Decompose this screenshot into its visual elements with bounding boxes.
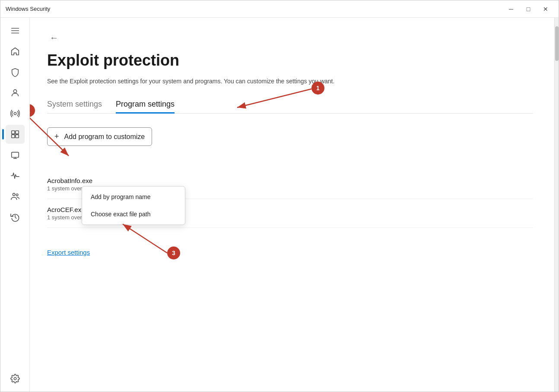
svg-rect-9 (11, 152, 19, 158)
device-icon (10, 150, 20, 160)
sidebar-item-app[interactable] (6, 125, 25, 144)
add-program-label: Add program to customize (64, 133, 145, 141)
page-description: See the Exploit protection settings for … (47, 76, 349, 86)
scrollbar-track[interactable] (554, 18, 559, 392)
dropdown-item-by-name[interactable]: Add by program name (82, 188, 185, 205)
sidebar-item-account[interactable] (6, 83, 25, 102)
annotation-2: 2 (30, 104, 35, 117)
window-title: Windows Security (6, 6, 50, 12)
main-content: ← Exploit protection See the Exploit pro… (30, 18, 554, 392)
firewall-icon (10, 109, 20, 118)
svg-point-3 (13, 90, 16, 93)
svg-rect-5 (11, 131, 14, 134)
sidebar-item-family[interactable] (6, 187, 25, 206)
shield-icon (10, 67, 20, 77)
sidebar-item-device[interactable] (6, 145, 25, 164)
sidebar-item-firewall[interactable] (6, 104, 25, 123)
account-icon (10, 88, 20, 98)
tab-system[interactable]: System settings (47, 100, 102, 114)
home-icon (10, 47, 20, 56)
sidebar-item-shield[interactable] (6, 63, 25, 82)
svg-rect-6 (15, 131, 18, 134)
history-icon (10, 212, 20, 222)
tabs: System settings Program settings (47, 100, 533, 114)
back-button[interactable]: ← (47, 31, 61, 44)
page-title: Exploit protection (47, 51, 533, 70)
svg-rect-8 (15, 135, 18, 138)
add-program-button[interactable]: + Add program to customize (47, 127, 152, 146)
svg-point-13 (16, 194, 18, 196)
tab-program[interactable]: Program settings (116, 100, 175, 114)
plus-icon: + (54, 132, 59, 141)
sidebar-item-home[interactable] (6, 42, 25, 61)
app-icon (10, 130, 20, 139)
minimize-button[interactable]: ─ (503, 3, 519, 15)
sidebar-item-health[interactable] (6, 166, 25, 185)
maximize-button[interactable]: □ (521, 3, 536, 15)
annotation-1: 1 (311, 82, 324, 95)
app-body: ← Exploit protection See the Exploit pro… (0, 18, 559, 392)
title-bar-controls: ─ □ ✕ (503, 3, 553, 15)
annotation-3: 3 (167, 247, 180, 259)
menu-icon (10, 26, 20, 35)
export-settings-link[interactable]: Export settings (47, 249, 533, 256)
family-icon (10, 192, 20, 201)
health-icon (10, 171, 20, 180)
window: Windows Security ─ □ ✕ (0, 0, 559, 392)
svg-point-4 (14, 112, 16, 115)
scrollbar-thumb[interactable] (555, 26, 559, 61)
close-button[interactable]: ✕ (538, 3, 553, 15)
svg-point-12 (13, 193, 15, 196)
dropdown-item-by-path[interactable]: Choose exact file path (82, 205, 185, 223)
sidebar (0, 18, 30, 392)
sidebar-item-menu[interactable] (6, 21, 25, 40)
sidebar-item-settings[interactable] (6, 369, 25, 388)
svg-rect-7 (11, 135, 14, 138)
gear-icon (10, 374, 20, 383)
svg-point-14 (14, 377, 16, 380)
sidebar-item-history[interactable] (6, 208, 25, 227)
title-bar: Windows Security ─ □ ✕ (0, 0, 559, 18)
dropdown-menu: Add by program name Choose exact file pa… (82, 186, 185, 225)
program-name: AcrobatInfo.exe (47, 177, 533, 184)
